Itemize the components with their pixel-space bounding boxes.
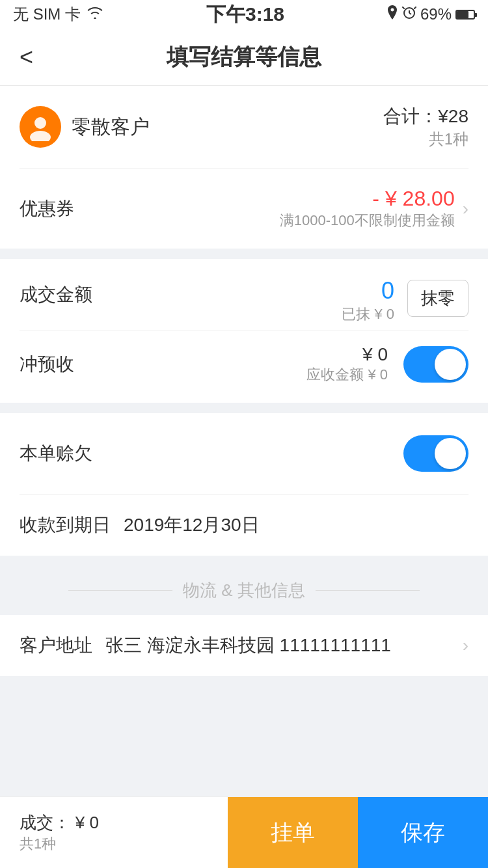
status-bar: 无 SIM 卡 下午3:18 69% (0, 0, 488, 29)
customer-row: 零散客户 合计：¥28 共1种 (0, 86, 488, 168)
svg-point-4 (30, 131, 51, 141)
carrier-text: 无 SIM 卡 (13, 4, 81, 25)
bottom-bar: 成交： ¥ 0 共1种 挂单 保存 (0, 796, 488, 868)
address-section: 客户地址 张三 海淀永丰科技园 11111111111 › (0, 615, 488, 676)
page-title: 填写结算等信息 (167, 42, 321, 72)
coupon-discount: - ¥ 28.00 (280, 187, 455, 211)
customer-left: 零散客户 (20, 106, 150, 148)
coupon-label: 优惠券 (20, 197, 74, 221)
nav-bar: < 填写结算等信息 (0, 29, 488, 86)
svg-point-3 (34, 117, 46, 129)
debt-toggle-knob (435, 438, 466, 469)
deal-amount-row: 成交金额 0 已抹 ¥ 0 抹零 (0, 259, 488, 331)
status-right: 69% (386, 5, 475, 23)
prereceive-amount-wrap: ¥ 0 应收金额 ¥ 0 (306, 344, 388, 385)
save-button-label: 保存 (401, 818, 445, 848)
address-row[interactable]: 客户地址 张三 海淀永丰科技园 11111111111 › (0, 615, 488, 676)
status-time: 下午3:18 (206, 1, 284, 28)
coupon-right: - ¥ 28.00 满1000-100不限制使用金额 › (280, 187, 468, 230)
wifi-icon (86, 5, 104, 23)
debt-toggle[interactable] (403, 435, 468, 472)
address-chevron-icon: › (463, 635, 468, 656)
svg-line-2 (409, 13, 411, 14)
coupon-row[interactable]: 优惠券 - ¥ 28.00 满1000-100不限制使用金额 › (0, 169, 488, 249)
duedate-value: 2019年12月30日 (124, 513, 260, 537)
deal-amount-label: 成交金额 (20, 277, 92, 307)
bottom-deal-label: 成交： (20, 813, 70, 832)
prereceive-amount: ¥ 0 (306, 344, 388, 365)
customer-total: 合计：¥28 共1种 (383, 104, 468, 150)
address-value: 张三 海淀永丰科技园 11111111111 (105, 633, 463, 658)
alarm-icon (402, 5, 416, 23)
battery-text: 69% (420, 5, 452, 23)
content-area: 零散客户 合计：¥28 共1种 优惠券 - ¥ 28.00 满1000-100不… (0, 86, 488, 765)
prereceive-sub: 应收金额 ¥ 0 (306, 365, 388, 385)
hold-button[interactable]: 挂单 (228, 797, 358, 869)
hold-button-label: 挂单 (271, 818, 315, 848)
bottom-count: 共1种 (20, 834, 208, 854)
duedate-label: 收款到期日 (20, 513, 111, 537)
back-button[interactable]: < (20, 44, 46, 71)
coupon-desc: 满1000-100不限制使用金额 (280, 211, 455, 230)
logistics-line: 物流 & 其他信息 (0, 579, 488, 602)
status-left: 无 SIM 卡 (13, 4, 104, 25)
total-count: 共1种 (383, 129, 468, 150)
deal-value: 0 (342, 277, 394, 305)
address-label: 客户地址 (20, 633, 92, 658)
total-amount: 合计：¥28 (383, 104, 468, 129)
deal-right: 0 已抹 ¥ 0 抹零 (342, 277, 468, 324)
logistics-label: 物流 & 其他信息 (183, 579, 305, 602)
debt-section: 本单赊欠 收款到期日 2019年12月30日 (0, 413, 488, 556)
prereceive-label: 冲预收 (20, 352, 74, 377)
location-icon (386, 5, 398, 23)
deal-value-wrap: 0 已抹 ¥ 0 (342, 277, 394, 324)
prereceive-row: 冲预收 ¥ 0 应收金额 ¥ 0 (0, 331, 488, 403)
prereceive-toggle[interactable] (403, 346, 468, 383)
customer-name: 零散客户 (72, 114, 150, 141)
coupon-right-text: - ¥ 28.00 满1000-100不限制使用金额 (280, 187, 455, 230)
debt-row: 本单赊欠 (0, 413, 488, 494)
prereceive-right: ¥ 0 应收金额 ¥ 0 (306, 344, 468, 385)
bottom-summary: 成交： ¥ 0 共1种 (0, 811, 228, 854)
duedate-row: 收款到期日 2019年12月30日 (0, 495, 488, 556)
customer-section: 零散客户 合计：¥28 共1种 优惠券 - ¥ 28.00 满1000-100不… (0, 86, 488, 249)
deal-section: 成交金额 0 已抹 ¥ 0 抹零 冲预收 ¥ 0 应收金额 ¥ 0 (0, 259, 488, 403)
save-button[interactable]: 保存 (358, 797, 488, 869)
bottom-deal-row: 成交： ¥ 0 (20, 811, 208, 834)
round-zero-button[interactable]: 抹零 (407, 280, 468, 317)
battery-icon (455, 10, 475, 20)
debt-label: 本单赊欠 (20, 441, 92, 466)
toggle-knob (435, 349, 466, 380)
avatar (20, 106, 61, 148)
logistics-divider: 物流 & 其他信息 (0, 566, 488, 615)
chevron-right-icon: › (463, 198, 468, 219)
bottom-deal-value: ¥ 0 (75, 813, 99, 832)
deal-sub: 已抹 ¥ 0 (342, 305, 394, 324)
